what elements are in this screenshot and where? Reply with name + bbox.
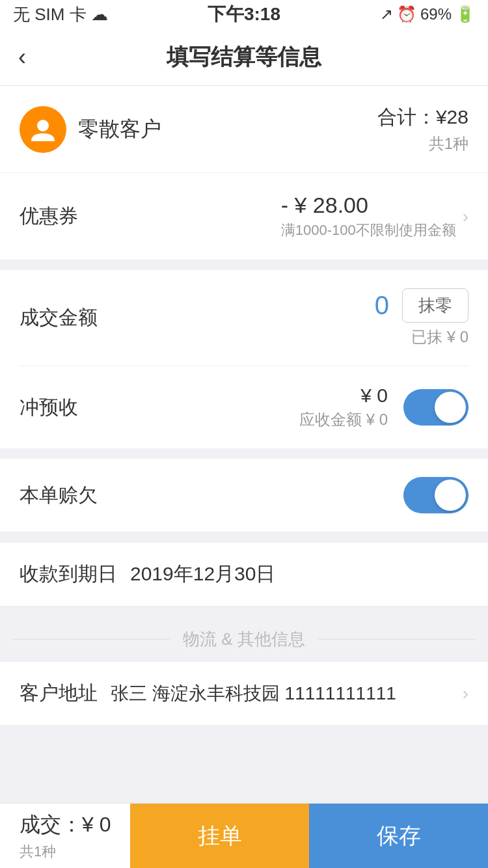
customer-row: 零散客户 合计：¥28 共1种	[0, 86, 488, 172]
deal-label: 成交金额	[20, 305, 98, 331]
customer-total: 合计：¥28	[377, 104, 468, 131]
address-label: 客户地址	[20, 680, 98, 707]
page-title: 填写结算等信息	[167, 42, 321, 72]
prereceive-amount: ¥ 0	[299, 385, 388, 407]
deal-right: 0 抹零 已抹 ¥ 0	[375, 288, 468, 347]
coupon-label: 优惠券	[20, 203, 78, 230]
battery-icon: 🔋	[455, 5, 475, 23]
status-bar: 无 SIM 卡 ☁ 下午3:18 ↗ ⏰ 69% 🔋	[0, 0, 488, 29]
duedate-label: 收款到期日	[20, 561, 117, 588]
hang-button[interactable]: 挂单	[130, 804, 309, 868]
coupon-desc: 满1000-100不限制使用金额	[281, 221, 456, 240]
debt-label: 本单赊欠	[20, 482, 98, 509]
save-button[interactable]: 保存	[309, 804, 488, 868]
bottom-count: 共1种	[20, 842, 111, 861]
bottom-deal-amount: ¥ 0	[82, 813, 111, 836]
coupon-chevron-icon: ›	[463, 206, 468, 227]
logistics-line-left	[13, 639, 170, 640]
round-button[interactable]: 抹零	[402, 288, 468, 323]
logistics-line-right	[318, 639, 475, 640]
prereceive-label: 冲预收	[20, 394, 78, 421]
duedate-section: 收款到期日 2019年12月30日	[0, 542, 488, 606]
avatar	[20, 106, 66, 153]
battery-text: 69%	[420, 5, 452, 23]
deal-row: 成交金额 0 抹零 已抹 ¥ 0	[0, 270, 488, 366]
location-icon: ↗	[380, 5, 393, 23]
back-button[interactable]: ‹	[18, 44, 26, 71]
nav-bar: ‹ 填写结算等信息	[0, 29, 488, 86]
customer-section: 零散客户 合计：¥28 共1种 优惠券 - ¥ 28.00 满1000-100不…	[0, 86, 488, 260]
customer-right: 合计：¥28 共1种	[377, 104, 468, 154]
address-value: 张三 海淀永丰科技园 11111111111	[111, 681, 463, 706]
status-right: ↗ ⏰ 69% 🔋	[380, 5, 475, 23]
customer-name: 零散客户	[78, 115, 161, 144]
debt-section: 本单赊欠	[0, 459, 488, 532]
logistics-text: 物流 & 其他信息	[183, 628, 305, 651]
customer-left: 零散客户	[20, 106, 161, 153]
deal-section: 成交金额 0 抹零 已抹 ¥ 0 冲预收 ¥ 0 应收金额 ¥ 0	[0, 270, 488, 448]
coupon-discount: - ¥ 28.00	[281, 193, 456, 218]
status-left: 无 SIM 卡 ☁	[13, 3, 108, 26]
prereceive-toggle[interactable]	[403, 389, 468, 426]
deal-input-row: 0 抹零	[375, 288, 468, 323]
prereceive-row: 冲预收 ¥ 0 应收金额 ¥ 0	[0, 366, 488, 448]
deal-amount[interactable]: 0	[375, 291, 389, 320]
bottom-bar: 成交：¥ 0 共1种 挂单 保存	[0, 803, 488, 868]
coupon-right: - ¥ 28.00 满1000-100不限制使用金额 ›	[281, 193, 468, 240]
debt-toggle[interactable]	[403, 477, 468, 513]
duedate-value[interactable]: 2019年12月30日	[130, 561, 275, 588]
duedate-row: 收款到期日 2019年12月30日	[20, 561, 468, 588]
customer-count: 共1种	[377, 133, 468, 154]
bottom-info: 成交：¥ 0 共1种	[0, 804, 130, 868]
prereceive-sub: 应收金额 ¥ 0	[299, 409, 388, 430]
status-time: 下午3:18	[208, 2, 280, 27]
no-sim-text: 无 SIM 卡 ☁	[13, 3, 108, 26]
alarm-icon: ⏰	[397, 5, 416, 23]
bottom-deal-label: 成交：	[20, 813, 82, 836]
bottom-deal: 成交：¥ 0	[20, 811, 111, 839]
prereceive-values: ¥ 0 应收金额 ¥ 0	[299, 385, 388, 430]
prereceive-right: ¥ 0 应收金额 ¥ 0	[299, 385, 468, 430]
svg-point-0	[37, 120, 49, 131]
deal-sub: 已抹 ¥ 0	[411, 327, 468, 347]
address-section[interactable]: 客户地址 张三 海淀永丰科技园 11111111111 ›	[0, 662, 488, 725]
address-chevron-icon: ›	[463, 683, 468, 704]
coupon-row[interactable]: 优惠券 - ¥ 28.00 满1000-100不限制使用金额 ›	[0, 172, 488, 260]
logistics-divider: 物流 & 其他信息	[0, 616, 488, 662]
